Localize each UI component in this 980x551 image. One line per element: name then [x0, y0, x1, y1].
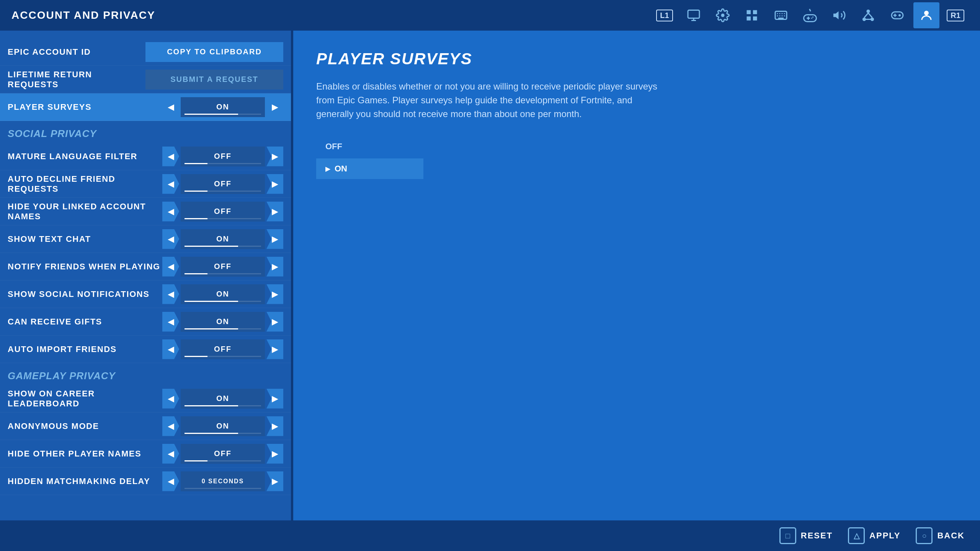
- apply-label: APPLY: [869, 531, 900, 541]
- apply-action[interactable]: △ APPLY: [848, 527, 900, 544]
- copy-to-clipboard-button[interactable]: COPY TO CLIPBOARD: [145, 42, 283, 62]
- show-social-left-arrow[interactable]: ◀: [162, 284, 179, 304]
- keyboard-icon-btn[interactable]: [768, 2, 794, 28]
- account-icon-btn[interactable]: [913, 2, 939, 28]
- r1-badge-btn[interactable]: R1: [942, 2, 969, 28]
- auto-import-value: OFF: [214, 345, 232, 354]
- mature-language-bar-fill: [185, 163, 207, 164]
- hidden-matchmaking-left-arrow[interactable]: ◀: [162, 471, 179, 491]
- career-leaderboard-bar-fill: [185, 405, 238, 406]
- hidden-matchmaking-right-arrow[interactable]: ▶: [266, 471, 283, 491]
- option-off[interactable]: OFF: [316, 136, 423, 157]
- reset-action[interactable]: □ RESET: [779, 527, 833, 544]
- show-text-chat-row[interactable]: SHOW TEXT CHAT ◀ ON ▶: [0, 225, 291, 253]
- show-social-right-arrow[interactable]: ▶: [266, 284, 283, 304]
- lifetime-return-row: LIFETIME RETURN REQUESTS SUBMIT A REQUES…: [0, 66, 291, 93]
- hidden-matchmaking-control: ◀ 0 Seconds ▶: [162, 471, 283, 491]
- hide-linked-value: OFF: [214, 207, 232, 216]
- auto-decline-right-arrow[interactable]: ▶: [266, 174, 283, 194]
- player-surveys-row[interactable]: PLAYER SURVEYS ◀ ON ▶: [0, 93, 291, 121]
- show-text-chat-bar: [185, 246, 261, 247]
- keyboard-icon: [774, 8, 788, 22]
- show-social-value: ON: [216, 290, 229, 298]
- auto-decline-row[interactable]: AUTO DECLINE FRIEND REQUESTS ◀ OFF ▶: [0, 170, 291, 198]
- submit-request-button[interactable]: SUBMIT A REQUEST: [145, 70, 283, 90]
- gear-icon-btn[interactable]: [710, 2, 736, 28]
- career-leaderboard-row[interactable]: SHOW ON CAREER LEADERBOARD ◀ ON ▶: [0, 385, 291, 412]
- player-surveys-right-arrow[interactable]: ▶: [266, 97, 283, 117]
- career-leaderboard-label: SHOW ON CAREER LEADERBOARD: [8, 389, 162, 409]
- anonymous-mode-bar: [185, 433, 261, 434]
- can-receive-gifts-control: ◀ ON ▶: [162, 312, 283, 332]
- can-receive-gifts-bar: [185, 328, 261, 329]
- svg-marker-18: [833, 11, 839, 20]
- hide-linked-right-arrow[interactable]: ▶: [266, 202, 283, 222]
- l1-badge-btn[interactable]: L1: [652, 2, 678, 28]
- show-text-chat-control: ◀ ON ▶: [162, 229, 283, 249]
- gamepad-icon-btn[interactable]: [884, 2, 910, 28]
- auto-decline-bar: [185, 191, 261, 192]
- layout-icon-btn[interactable]: [739, 2, 765, 28]
- hide-linked-row[interactable]: HIDE YOUR LINKED ACCOUNT NAMES ◀ OFF ▶: [0, 198, 291, 225]
- mature-language-left-arrow[interactable]: ◀: [162, 147, 179, 166]
- reset-label: RESET: [801, 531, 833, 541]
- show-social-row[interactable]: SHOW SOCIAL NOTIFICATIONS ◀ ON ▶: [0, 280, 291, 308]
- show-social-bar-fill: [185, 301, 238, 302]
- hidden-matchmaking-row[interactable]: HIDDEN MATCHMAKING DELAY ◀ 0 Seconds ▶: [0, 468, 291, 495]
- option-on[interactable]: ▶ ON: [316, 158, 423, 179]
- notify-friends-left-arrow[interactable]: ◀: [162, 257, 179, 277]
- notify-friends-row[interactable]: NOTIFY FRIENDS WHEN PLAYING ◀ OFF ▶: [0, 253, 291, 280]
- anonymous-mode-left-arrow[interactable]: ◀: [162, 416, 179, 436]
- anonymous-mode-row[interactable]: ANONYMOUS MODE ◀ ON ▶: [0, 412, 291, 440]
- can-receive-gifts-right-arrow[interactable]: ▶: [266, 312, 283, 332]
- can-receive-gifts-left-arrow[interactable]: ◀: [162, 312, 179, 332]
- can-receive-gifts-value: ON: [216, 317, 229, 326]
- svg-point-26: [898, 14, 901, 16]
- hide-linked-value-box: OFF: [181, 202, 265, 222]
- notify-friends-right-arrow[interactable]: ▶: [266, 257, 283, 277]
- hidden-matchmaking-value: 0 Seconds: [202, 478, 244, 485]
- notify-friends-bar: [185, 273, 261, 274]
- hide-other-players-right-arrow[interactable]: ▶: [266, 444, 283, 464]
- show-text-chat-left-arrow[interactable]: ◀: [162, 229, 179, 249]
- auto-import-right-arrow[interactable]: ▶: [266, 339, 283, 359]
- auto-decline-left-arrow[interactable]: ◀: [162, 174, 179, 194]
- auto-import-left-arrow[interactable]: ◀: [162, 339, 179, 359]
- show-text-chat-bar-fill: [185, 246, 238, 247]
- show-social-label: SHOW SOCIAL NOTIFICATIONS: [8, 289, 162, 299]
- anonymous-mode-right-arrow[interactable]: ▶: [266, 416, 283, 436]
- audio-icon-btn[interactable]: [826, 2, 852, 28]
- gameplay-privacy-header: GAMEPLAY PRIVACY: [0, 363, 291, 385]
- mature-language-row[interactable]: MATURE LANGUAGE FILTER ◀ OFF ▶: [0, 143, 291, 170]
- option-on-arrow: ▶: [325, 165, 330, 173]
- display-icon-btn[interactable]: [681, 2, 707, 28]
- career-leaderboard-right-arrow[interactable]: ▶: [266, 389, 283, 409]
- auto-decline-control: ◀ OFF ▶: [162, 174, 283, 194]
- player-surveys-bar-fill: [185, 114, 238, 115]
- can-receive-gifts-row[interactable]: CAN RECEIVE GIFTS ◀ ON ▶: [0, 308, 291, 336]
- nav-icons: L1 R1: [652, 2, 969, 28]
- page-title: ACCOUNT AND PRIVACY: [11, 9, 155, 21]
- hide-other-players-row[interactable]: HIDE OTHER PLAYER NAMES ◀ OFF ▶: [0, 440, 291, 468]
- hide-linked-left-arrow[interactable]: ◀: [162, 202, 179, 222]
- career-leaderboard-left-arrow[interactable]: ◀: [162, 389, 179, 409]
- auto-import-label: AUTO IMPORT FRIENDS: [8, 344, 162, 354]
- controller-icon-btn[interactable]: [797, 2, 823, 28]
- r1-label: R1: [947, 10, 964, 21]
- hide-other-players-bar: [185, 460, 261, 461]
- back-action[interactable]: ○ BACK: [916, 527, 965, 544]
- show-social-control: ◀ ON ▶: [162, 284, 283, 304]
- network-icon-btn[interactable]: [855, 2, 881, 28]
- career-leaderboard-bar: [185, 405, 261, 406]
- l1-label: L1: [656, 10, 673, 21]
- notify-friends-control: ◀ OFF ▶: [162, 257, 283, 277]
- mature-language-right-arrow[interactable]: ▶: [266, 147, 283, 166]
- auto-import-row[interactable]: AUTO IMPORT FRIENDS ◀ OFF ▶: [0, 336, 291, 363]
- hide-other-players-left-arrow[interactable]: ◀: [162, 444, 179, 464]
- mature-language-control: ◀ OFF ▶: [162, 147, 283, 166]
- career-leaderboard-control: ◀ ON ▶: [162, 389, 283, 409]
- description-title: PLAYER SURVEYS: [316, 50, 957, 68]
- player-surveys-left-arrow[interactable]: ◀: [162, 97, 179, 117]
- can-receive-gifts-label: CAN RECEIVE GIFTS: [8, 317, 162, 327]
- show-text-chat-right-arrow[interactable]: ▶: [266, 229, 283, 249]
